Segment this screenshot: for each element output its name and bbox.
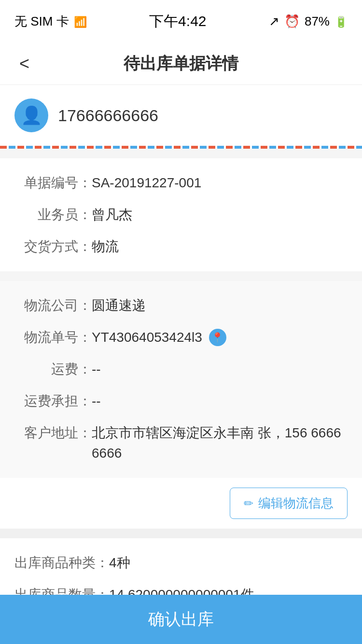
battery-text: 87% <box>305 14 330 29</box>
alarm-icon: ⏰ <box>284 14 300 29</box>
tracking-location-pin[interactable]: 📍 <box>209 329 226 346</box>
logistics-company-label: 物流公司： <box>14 295 92 316</box>
delivery-value: 物流 <box>92 237 348 257</box>
back-button[interactable]: < <box>14 49 34 79</box>
customer-header: 👤 17666666666 <box>0 85 362 146</box>
customer-avatar: 👤 <box>14 98 48 132</box>
avatar-icon: 👤 <box>21 105 42 126</box>
delivery-label: 交货方式： <box>14 237 92 257</box>
status-bar-time: 下午4:42 <box>149 12 206 31</box>
address-label: 客户地址： <box>14 423 92 443</box>
address-value: 北京市市辖区海淀区永丰南 张，156 6666 6666 <box>92 423 348 463</box>
freight-bear-label: 运费承担： <box>14 391 92 411</box>
goods-types-label: 出库商品种类： <box>14 553 109 573</box>
goods-types-row: 出库商品种类： 4种 <box>14 553 348 573</box>
delivery-row: 交货方式： 物流 <box>14 237 348 257</box>
logistics-tracking-row: 物流单号： YT43064053424l3 📍 <box>14 327 348 348</box>
goods-types-value: 4种 <box>109 553 348 573</box>
freight-bear-value: -- <box>92 391 348 411</box>
status-bar-left: 无 SIM 卡 <box>14 13 87 30</box>
order-no-row: 单据编号： SA-20191227-001 <box>14 173 348 193</box>
order-no-label: 单据编号： <box>14 173 92 193</box>
logistics-section: 物流公司： 圆通速递 物流单号： YT43064053424l3 📍 运费： -… <box>0 281 362 478</box>
edit-btn-row: ✏ 编辑物流信息 <box>0 478 362 529</box>
edit-logistics-button[interactable]: ✏ 编辑物流信息 <box>230 488 348 519</box>
salesman-value: 曾凡杰 <box>92 205 348 225</box>
freight-row: 运费： -- <box>14 359 348 379</box>
nav-bar: < 待出库单据详情 <box>0 42 362 85</box>
battery-icon <box>334 14 348 29</box>
address-row: 客户地址： 北京市市辖区海淀区永丰南 张，156 6666 6666 <box>14 423 348 463</box>
carrier-text: 无 SIM 卡 <box>14 13 69 30</box>
salesman-label: 业务员： <box>14 205 92 225</box>
basic-info-section: 单据编号： SA-20191227-001 业务员： 曾凡杰 交货方式： 物流 <box>0 158 362 271</box>
salesman-row: 业务员： 曾凡杰 <box>14 205 348 225</box>
customer-phone: 17666666666 <box>58 106 158 125</box>
edit-icon: ✏ <box>244 497 253 510</box>
confirm-outbound-button[interactable]: 确认出库 <box>0 608 362 630</box>
wifi-icon <box>74 14 87 29</box>
logistics-tracking-value: YT43064053424l3 📍 <box>92 327 348 348</box>
logistics-tracking-label: 物流单号： <box>14 327 92 348</box>
confirm-btn-wrap: 确认出库 <box>0 595 362 644</box>
dashed-divider <box>0 146 362 149</box>
status-bar-right: ↗ ⏰ 87% <box>269 14 348 29</box>
freight-label: 运费： <box>14 359 92 379</box>
tracking-number: YT43064053424l3 <box>92 327 202 348</box>
logistics-company-value: 圆通速递 <box>92 295 348 316</box>
status-bar: 无 SIM 卡 下午4:42 ↗ ⏰ 87% <box>0 0 362 42</box>
logistics-company-row: 物流公司： 圆通速递 <box>14 295 348 316</box>
section-divider <box>0 529 362 538</box>
order-no-value: SA-20191227-001 <box>92 173 348 193</box>
location-icon: ↗ <box>269 14 279 29</box>
nav-title: 待出库单据详情 <box>124 53 238 75</box>
edit-btn-label: 编辑物流信息 <box>258 495 334 512</box>
freight-bear-row: 运费承担： -- <box>14 391 348 411</box>
freight-value: -- <box>92 359 348 379</box>
